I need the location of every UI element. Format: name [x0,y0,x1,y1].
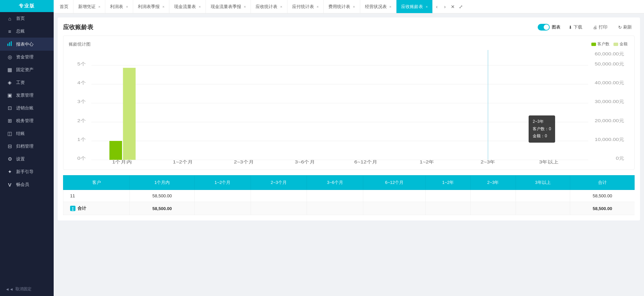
sidebar-item-label: 报表中心 [16,41,34,47]
tab-profit-quarter[interactable]: 利润表季报 × [133,0,169,13]
total-label-wrapper: ∑ 合计 [70,205,127,211]
tab-close-icon[interactable]: × [317,5,319,9]
refresh-button[interactable]: ↻ 刷新 [615,23,635,32]
cell-total: 58,500.00 [570,190,635,202]
tab-close-icon[interactable]: × [126,5,128,9]
sidebar-item-close[interactable]: ◫ 结账 [0,127,54,140]
guide-icon: ✦ [7,169,13,175]
sidebar-item-assets[interactable]: ▦ 固定资产 [0,63,54,76]
sidebar-item-label: 总账 [16,28,25,34]
legend-amount: 金额 [613,41,628,47]
sidebar-item-home[interactable]: ⌂ 首页 [0,12,54,25]
tab-close-icon[interactable]: × [389,5,391,9]
tab-close-icon[interactable]: × [280,5,282,9]
print-icon: 🖨 [593,25,597,30]
total-y3plus [516,202,570,215]
page-content: 应收账龄表 图表 ⬇ 下载 🖨 打印 [54,13,644,296]
svg-text:1个: 1个 [77,137,86,142]
svg-text:30,000.00元: 30,000.00元 [595,99,625,104]
tax-icon: ⊞ [7,118,13,124]
tab-label: 应收账龄表 [401,4,423,10]
legend-customers-color [591,43,596,46]
tab-ap-stat[interactable]: 应付统计表 × [287,0,324,13]
refresh-icon: ↻ [618,25,622,30]
sidebar-item-settings[interactable]: ⚙ 设置 [0,153,54,165]
svg-rect-1 [9,42,10,46]
tab-profit[interactable]: 利润表 × [105,0,133,13]
legend-customers-label: 客户数 [597,41,609,47]
legend-customers: 客户数 [591,41,609,47]
print-label: 打印 [599,24,607,30]
tab-close-icon[interactable]: × [162,5,164,9]
sidebar-item-guide[interactable]: ✦ 新手引导 [0,165,54,178]
legend-amount-color [613,43,618,46]
cell-m612 [363,190,426,202]
total-icon: ∑ [70,206,75,211]
close-accounts-icon: ◫ [7,131,13,137]
sidebar-item-stock[interactable]: ⊡ 进销台账 [0,102,54,114]
archive-icon: ⊟ [7,143,13,149]
chart-title: 账龄统计图 [69,41,629,47]
print-button[interactable]: 🖨 打印 [590,23,610,32]
sidebar-item-label: 设置 [16,156,25,162]
table-header-row: 客户 1个月内 1~2个月 2~3个月 3~6个月 6~12个月 1~2年 2~… [63,176,635,190]
total-sum: 58,500.00 [570,202,635,215]
chart-toggle[interactable]: 图表 [538,24,560,31]
cell-y23 [471,190,516,202]
tab-close-icon[interactable]: × [426,5,428,9]
sidebar-item-label: 工资 [16,80,25,86]
table-row: 11 58,500.00 58,500.00 [63,190,635,202]
tab-fullscreen-button[interactable]: ⤢ [457,0,465,13]
sidebar-item-reports[interactable]: 报表中心 [0,38,54,51]
tab-close-icon[interactable]: × [199,5,201,9]
report-container: 应收账龄表 图表 ⬇ 下载 🖨 打印 [58,17,640,220]
download-button[interactable]: ⬇ 下载 [566,23,585,32]
total-y12 [426,202,471,215]
cell-total-label: ∑ 合计 [63,202,130,215]
col-header-y3plus: 3年以上 [516,176,570,190]
sidebar-item-invoice[interactable]: ▣ 发票管理 [0,89,54,102]
tab-cashflow[interactable]: 现金流量表 × [169,0,206,13]
svg-text:3~6个月: 3~6个月 [295,159,315,164]
sidebar-item-ledger[interactable]: ≡ 总账 [0,25,54,38]
cell-customer: 11 [63,190,130,202]
tab-business-stat[interactable]: 经营状况表 × [360,0,396,13]
svg-text:1~2年: 1~2年 [420,159,434,164]
tab-prev-button[interactable]: ‹ [433,0,441,13]
sidebar-item-archive[interactable]: ⊟ 归档管理 [0,140,54,153]
sidebar-item-label: 进销台账 [16,105,34,111]
sidebar-item-label: 结账 [16,131,25,137]
total-m12 [195,202,251,215]
svg-text:20,000.00元: 20,000.00元 [595,118,625,123]
tab-expense-stat[interactable]: 费用统计表 × [324,0,360,13]
tab-voucher[interactable]: 新增凭证 × [73,0,105,13]
tab-cashflow-quarter[interactable]: 现金流量表季报 × [206,0,251,13]
tab-next-button[interactable]: › [441,0,449,13]
sidebar-item-funds[interactable]: ◎ 资金管理 [0,51,54,63]
svg-rect-0 [7,44,8,46]
legend-amount-label: 金额 [620,41,628,47]
tab-label: 应收统计表 [256,4,277,10]
salary-icon: ◈ [7,80,13,86]
tab-close-icon[interactable]: × [353,5,355,9]
tab-label: 新增凭证 [78,4,96,10]
tab-close-icon[interactable]: × [244,5,246,9]
cell-m36 [307,190,363,202]
tab-close-all-button[interactable]: ✕ [449,0,457,13]
sidebar-item-member[interactable]: V 畅会员 [0,178,54,191]
col-header-m36: 3~6个月 [307,176,363,190]
tab-home[interactable]: 首页 [55,0,73,13]
total-m1: 58,500.00 [130,202,195,215]
total-m36 [307,202,363,215]
sidebar-item-salary[interactable]: ◈ 工资 [0,76,54,89]
tab-close-icon[interactable]: × [98,5,100,9]
svg-text:1个月内: 1个月内 [112,159,132,164]
toggle-track[interactable] [538,24,550,31]
sidebar-item-label: 新手引导 [16,169,34,175]
cell-m12 [195,190,251,202]
tab-ar-stat[interactable]: 应收统计表 × [251,0,287,13]
sidebar-item-tax[interactable]: ⊞ 税务管理 [0,114,54,127]
collapse-sidebar-button[interactable]: ◄◄ 取消固定 [0,282,54,296]
invoice-icon: ▣ [7,92,13,98]
tab-ar-aging[interactable]: 应收账龄表 × [396,0,433,13]
